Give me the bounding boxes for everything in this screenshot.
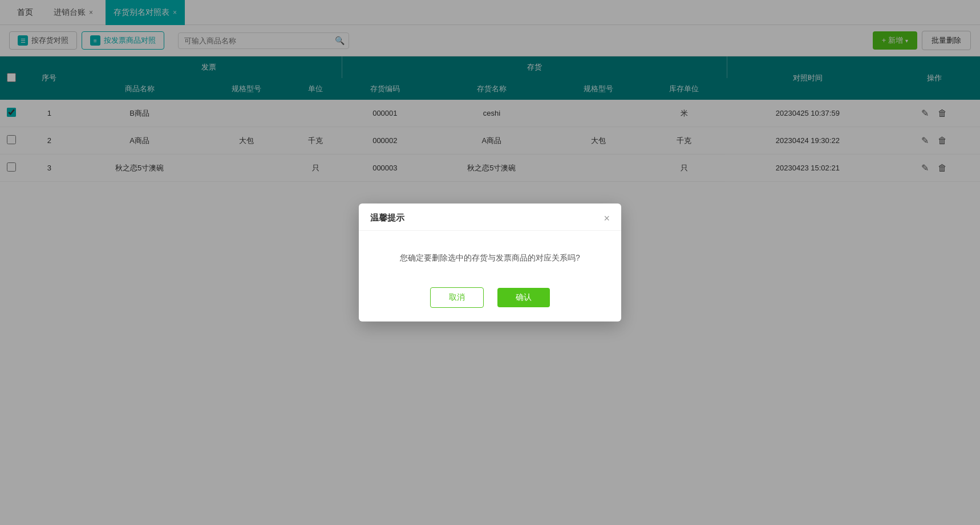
dialog-body: 您确定要删除选中的存货与发票商品的对应关系吗? (359, 231, 621, 280)
dialog-cancel-button[interactable]: 取消 (430, 287, 484, 308)
dialog-close-button[interactable]: × (604, 213, 610, 223)
dialog-message: 您确定要删除选中的存货与发票商品的对应关系吗? (400, 253, 580, 262)
confirm-dialog: 温馨提示 × 您确定要删除选中的存货与发票商品的对应关系吗? 取消 确认 (359, 204, 621, 321)
dialog-title: 温馨提示 (370, 213, 404, 223)
dialog-confirm-button[interactable]: 确认 (497, 288, 550, 307)
dialog-overlay: 温馨提示 × 您确定要删除选中的存货与发票商品的对应关系吗? 取消 确认 (0, 0, 980, 525)
dialog-header: 温馨提示 × (359, 204, 621, 231)
dialog-footer: 取消 确认 (359, 280, 621, 321)
